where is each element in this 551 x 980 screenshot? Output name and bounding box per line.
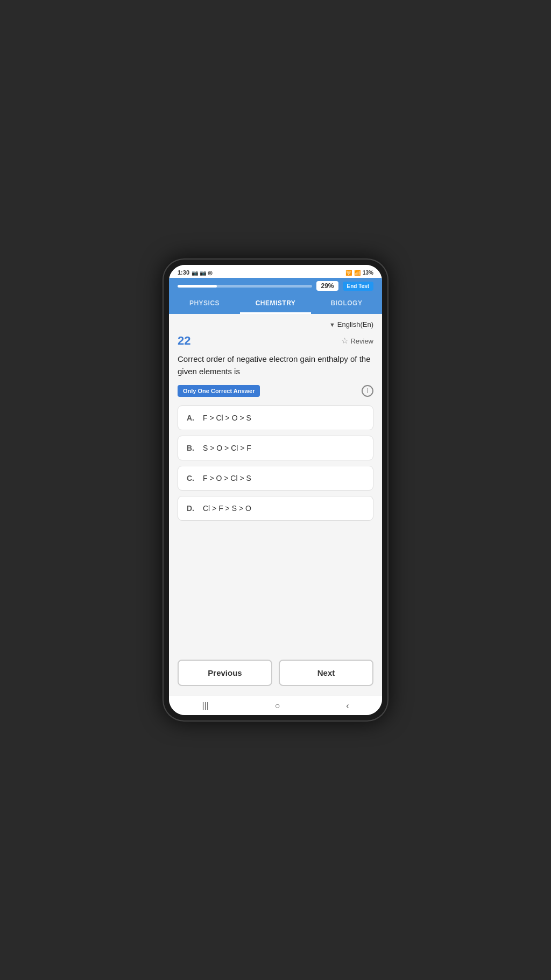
chevron-down-icon: ▼ [329, 321, 335, 328]
tab-biology[interactable]: BIOLOGY [311, 294, 382, 314]
status-time: 1:30 [178, 269, 189, 276]
tab-chemistry[interactable]: CHEMISTRY [240, 294, 311, 314]
option-c[interactable]: C. F > O > Cl > S [178, 466, 373, 491]
option-a-text: F > Cl > O > S [203, 414, 251, 422]
badge-row: Only One Correct Answer i [178, 385, 373, 397]
review-button[interactable]: ☆ Review [341, 336, 373, 346]
progress-label: 29% [316, 281, 338, 291]
next-button[interactable]: Next [279, 660, 373, 686]
option-a-label: A. [187, 414, 196, 422]
option-b-text: S > O > Cl > F [203, 444, 251, 452]
nav-buttons: Previous Next [178, 654, 373, 689]
option-d-label: D. [187, 504, 196, 513]
phone-frame: 1:30 📷 📷 ◎ 🛜 📶 13% 29% End Test PHYSI [163, 258, 388, 722]
language-selector[interactable]: ▼ English(En) [329, 320, 373, 328]
answer-type-badge: Only One Correct Answer [178, 385, 260, 397]
signal-icon: 📶 [354, 270, 361, 276]
status-bar: 1:30 📷 📷 ◎ 🛜 📶 13% [169, 265, 382, 278]
info-icon[interactable]: i [362, 385, 373, 397]
review-label: Review [350, 337, 373, 345]
language-label: English(En) [337, 320, 373, 328]
option-a[interactable]: A. F > Cl > O > S [178, 405, 373, 430]
option-d-text: Cl > F > S > O [203, 504, 251, 513]
option-b[interactable]: B. S > O > Cl > F [178, 436, 373, 460]
previous-button[interactable]: Previous [178, 660, 272, 686]
question-text: Correct order of negative electron gain … [178, 353, 373, 377]
option-c-text: F > O > Cl > S [203, 474, 251, 482]
option-b-label: B. [187, 444, 196, 452]
tab-physics[interactable]: PHYSICS [169, 294, 240, 314]
home-button[interactable]: ○ [269, 699, 287, 713]
end-test-button[interactable]: End Test [343, 282, 373, 291]
options-list: A. F > Cl > O > S B. S > O > Cl > F C. F… [178, 405, 373, 521]
wifi-icon: 🛜 [345, 270, 352, 276]
progress-row: 29% End Test [178, 281, 373, 291]
status-icons: 📷 📷 ◎ [192, 270, 213, 276]
phone-screen: 1:30 📷 📷 ◎ 🛜 📶 13% 29% End Test PHYSI [169, 265, 382, 715]
progress-bar-container [178, 285, 312, 288]
language-row: ▼ English(En) [178, 320, 373, 328]
tab-bar: PHYSICS CHEMISTRY BIOLOGY [169, 294, 382, 314]
star-icon: ☆ [341, 336, 348, 346]
back-button[interactable]: ‹ [340, 699, 355, 713]
option-c-label: C. [187, 474, 196, 482]
battery-label: 13% [363, 270, 373, 276]
progress-bar-fill [178, 285, 217, 288]
question-header: 22 ☆ Review [178, 334, 373, 348]
bottom-nav-bar: ||| ○ ‹ [169, 696, 382, 715]
progress-area: 29% End Test [169, 278, 382, 294]
option-d[interactable]: D. Cl > F > S > O [178, 496, 373, 521]
question-number: 22 [178, 334, 190, 348]
main-content: ▼ English(En) 22 ☆ Review Correct order … [169, 314, 382, 696]
menu-button[interactable]: ||| [195, 699, 215, 713]
status-left: 1:30 📷 📷 ◎ [178, 269, 213, 276]
status-right: 🛜 📶 13% [345, 270, 373, 276]
